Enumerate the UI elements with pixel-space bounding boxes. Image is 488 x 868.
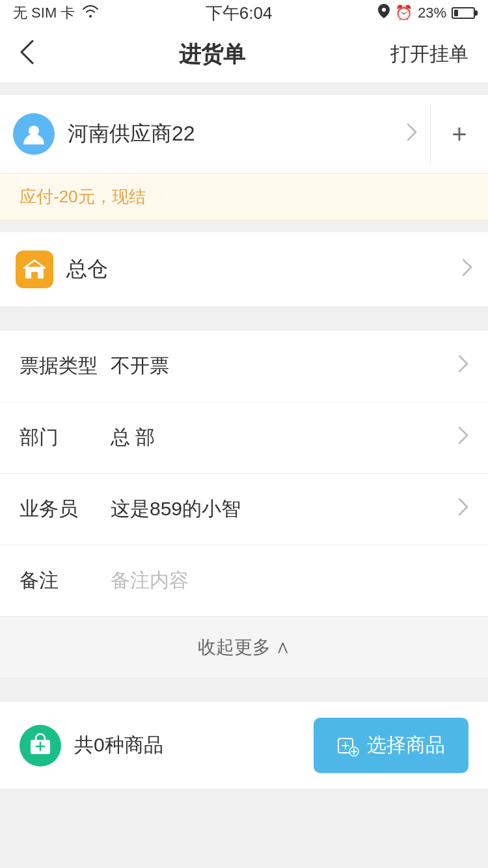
add-supplier-button[interactable]: + (431, 95, 488, 173)
battery-icon (452, 7, 475, 19)
select-product-label: 选择商品 (367, 732, 445, 759)
back-button[interactable] (20, 40, 34, 70)
select-product-button[interactable]: 选择商品 (314, 718, 468, 773)
notice-banner: 应付-20元，现结 (0, 174, 488, 221)
top-divider (0, 83, 488, 95)
product-icon (20, 725, 61, 766)
salesperson-row[interactable]: 业务员 这是859的小智 (0, 474, 488, 545)
salesperson-chevron-icon (458, 498, 468, 521)
alarm-icon: ⏰ (395, 5, 413, 21)
collapse-label: 收起更多 ∧ (198, 635, 291, 660)
remark-input[interactable]: 备注内容 (111, 567, 468, 594)
form-section: 票据类型 不开票 部门 总 部 业务员 这是859的小智 (0, 331, 488, 616)
open-pending-button[interactable]: 打开挂单 (390, 41, 468, 68)
salesperson-value: 这是859的小智 (111, 496, 458, 522)
remark-row[interactable]: 备注 备注内容 (0, 545, 488, 616)
warehouse-selector[interactable]: 总仓 (0, 232, 488, 307)
product-count-text: 共0种商品 (74, 732, 301, 759)
salesperson-label: 业务员 (20, 496, 111, 522)
form-divider (0, 307, 488, 319)
product-divider (0, 679, 488, 690)
department-row[interactable]: 部门 总 部 (0, 402, 488, 474)
warehouse-divider (0, 221, 488, 232)
svg-rect-2 (31, 272, 38, 278)
location-icon (378, 4, 390, 22)
warehouse-icon (16, 251, 53, 288)
status-time: 下午6:04 (206, 2, 273, 25)
supplier-section: 河南供应商22 + (0, 95, 488, 174)
remark-label: 备注 (20, 567, 111, 594)
collapse-toggle[interactable]: 收起更多 ∧ (0, 616, 488, 679)
status-left: 无 SIM 卡 (13, 3, 100, 23)
page-title: 进货单 (179, 40, 245, 70)
wifi-icon (81, 5, 100, 21)
department-label: 部门 (20, 424, 111, 451)
nav-bar: 进货单 打开挂单 (0, 26, 488, 83)
supplier-selector[interactable]: 河南供应商22 (0, 95, 430, 173)
supplier-name: 河南供应商22 (68, 120, 394, 148)
invoice-type-chevron-icon (458, 355, 468, 377)
product-bar: 共0种商品 选择商品 (0, 702, 488, 789)
department-chevron-icon (458, 426, 468, 449)
invoice-type-row[interactable]: 票据类型 不开票 (0, 331, 488, 402)
supplier-chevron-icon (407, 123, 417, 146)
department-value: 总 部 (111, 424, 458, 451)
status-right: ⏰ 23% (378, 4, 475, 22)
carrier-text: 无 SIM 卡 (13, 3, 75, 23)
main-content: 河南供应商22 + 应付-20元，现结 总仓 (0, 83, 488, 868)
invoice-type-label: 票据类型 (20, 353, 111, 379)
supplier-avatar (13, 113, 55, 155)
warehouse-name: 总仓 (66, 255, 449, 284)
invoice-type-value: 不开票 (111, 353, 458, 379)
battery-percent: 23% (418, 5, 446, 21)
warehouse-chevron-icon (462, 258, 472, 281)
status-bar: 无 SIM 卡 下午6:04 ⏰ 23% (0, 0, 488, 26)
